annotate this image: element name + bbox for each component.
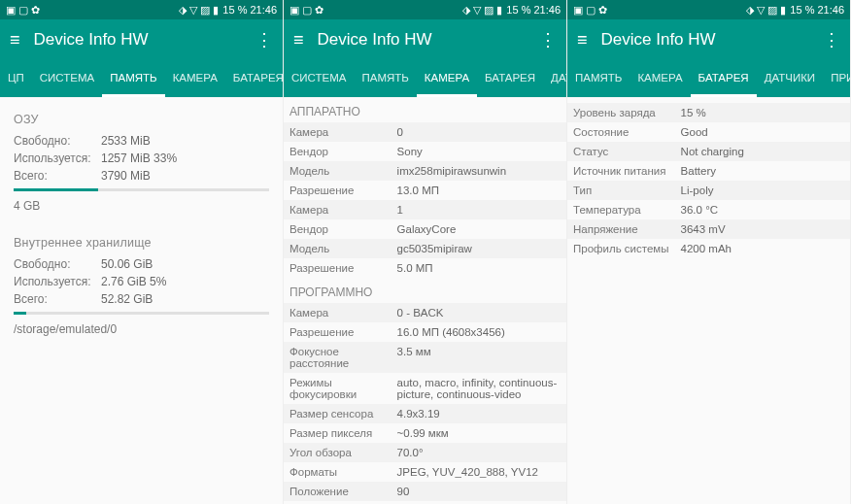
row-label: Размер пикселя (284, 423, 391, 443)
overflow-icon[interactable]: ⋮ (539, 31, 557, 49)
row-value: Battery (675, 161, 850, 181)
tab-камера[interactable]: КАМЕРА (417, 60, 477, 97)
table-row: Уровень заряда15 % (567, 103, 850, 122)
storage-free-value: 50.06 GiB (101, 257, 153, 271)
row-value: Li-poly (675, 181, 850, 200)
row-value: 0 - BACK (391, 303, 566, 322)
tab-система[interactable]: СИСТЕМА (32, 60, 102, 97)
tab-камера[interactable]: КАМЕРА (630, 60, 690, 97)
table-row: Профиль системы4200 mAh (567, 239, 850, 258)
table-row: ВендорSony (284, 142, 566, 161)
tab-батарея[interactable]: БАТАРЕЯ (691, 60, 757, 97)
row-value: Good (675, 122, 850, 142)
row-label: Размер сенсора (284, 404, 391, 423)
tab-память[interactable]: ПАМЯТЬ (354, 60, 416, 97)
ram-used-value: 1257 MiB 33% (101, 151, 177, 165)
row-label: Профиль системы (567, 239, 675, 258)
row-label: Статус (567, 142, 675, 161)
row-label: Температура (567, 200, 675, 219)
table-row: Фокусное расстояние3.5 мм (284, 342, 566, 373)
content-memory: ОЗУ Свободно:2533 MiB Используется:1257 … (0, 97, 283, 504)
content-battery: Уровень заряда15 %СостояниеGoodСтатусNot… (567, 97, 850, 504)
tab-память[interactable]: ПАМЯТЬ (102, 60, 164, 97)
pane-camera: ▣ ▢ ✿ ⬗ ▽ ▨ ▮15 % 21:46 ≡ Device Info HW… (284, 0, 567, 504)
table-row: Режимы фокусировкиauto, macro, infinity,… (284, 373, 566, 404)
menu-icon[interactable]: ≡ (293, 31, 304, 49)
row-label: Камера (284, 303, 391, 322)
row-label: Вендор (284, 219, 391, 239)
row-value: 4200 mAh (675, 239, 850, 258)
table-row: Температура36.0 °C (567, 200, 850, 219)
table-row: Разрешение13.0 МП (284, 181, 566, 200)
row-label: Фокусное расстояние (284, 342, 391, 373)
tab-память[interactable]: ПАМЯТЬ (567, 60, 630, 97)
software-table: Камера0 - BACKРазрешение16.0 МП (4608x34… (284, 303, 566, 504)
ram-free-value: 2533 MiB (101, 134, 151, 148)
ram-total-value: 3790 MiB (101, 169, 151, 183)
app-bar: ≡ Device Info HW ⋮ (284, 19, 566, 60)
row-value: gc5035mipiraw (391, 239, 566, 258)
tab-цп[interactable]: ЦП (0, 60, 32, 97)
table-row: Напряжение3643 mV (567, 219, 850, 239)
status-bar: ▣ ▢ ✿ ⬗ ▽ ▨ ▮15 % 21:46 (284, 0, 566, 19)
row-value: 36.0 °C (675, 200, 850, 219)
menu-icon[interactable]: ≡ (10, 31, 20, 49)
row-value: 90 (391, 482, 566, 501)
status-bar: ▣ ▢ ✿ ⬗ ▽ ▨ ▮15 % 21:46 (567, 0, 850, 19)
status-right: ⬗ ▽ ▨ ▮15 % 21:46 (179, 4, 277, 17)
row-label: Режимы фокусировки (284, 373, 391, 404)
tab-система[interactable]: СИСТЕМА (284, 60, 354, 97)
table-row: СостояниеGood (567, 122, 850, 142)
overflow-icon[interactable]: ⋮ (255, 31, 273, 49)
section-software: ПРОГРАММНО (284, 278, 566, 303)
table-row: Модельimx258mipirawsunwin (284, 161, 566, 181)
row-label: Напряжение (567, 219, 675, 239)
status-bar: ▣ ▢ ✿ ⬗ ▽ ▨ ▮15 % 21:46 (0, 0, 283, 19)
storage-used-label: Используется: (14, 275, 101, 288)
row-value: 3.5 мм (391, 342, 566, 373)
hardware-table: Камера0ВендорSonyМодельimx258mipirawsunw… (284, 122, 566, 278)
tab-прил[interactable]: ПРИЛ (823, 60, 850, 97)
tab-датчики[interactable]: ДАТЧИКИ (757, 60, 823, 97)
row-label: Камера (284, 122, 391, 142)
table-row: Размер пикселя~0.99 мкм (284, 423, 566, 443)
section-ram: ОЗУ (14, 113, 269, 126)
tab-bar: ПАМЯТЬКАМЕРАБАТАРЕЯДАТЧИКИПРИЛ (567, 60, 850, 97)
row-value: 70.0° (391, 443, 566, 462)
overflow-icon[interactable]: ⋮ (823, 31, 840, 49)
ram-capacity: 4 GB (14, 199, 269, 213)
row-value: 1 (391, 200, 566, 219)
row-label: Разрешение (284, 258, 391, 278)
row-label: Форматы (284, 462, 391, 482)
table-row: ФорматыJPEG, YUV_420_888, YV12 (284, 462, 566, 482)
row-value: 3643 mV (675, 219, 850, 239)
row-value: 5.0 МП (391, 258, 566, 278)
storage-progress (14, 312, 269, 315)
row-value: 16.0 МП (4608x3456) (391, 322, 566, 342)
storage-free-label: Свободно: (14, 257, 101, 271)
row-label: Разрешение (284, 181, 391, 200)
tab-датчики[interactable]: ДАТЧИКИ (543, 60, 566, 97)
status-right: ⬗ ▽ ▨ ▮15 % 21:46 (462, 4, 561, 17)
storage-total-label: Всего: (14, 292, 101, 306)
tab-камера[interactable]: КАМЕРА (165, 60, 225, 97)
row-value: 4.9x3.19 (391, 404, 566, 423)
table-row: СтатусNot charging (567, 142, 850, 161)
tab-батарея[interactable]: БАТАРЕЯ (225, 60, 283, 97)
row-label: Состояние (567, 122, 675, 142)
content-camera: АППАРАТНО Камера0ВендорSonyМодельimx258m… (284, 97, 566, 504)
row-value: ~0.99 мкм (391, 423, 566, 443)
row-label: Положение (284, 482, 391, 501)
table-row: Камера1 (284, 200, 566, 219)
row-label: Модель (284, 161, 391, 181)
table-row: ТипLi-poly (567, 181, 850, 200)
table-row: Размер сенсора4.9x3.19 (284, 404, 566, 423)
row-label: Уровень заряда (567, 103, 675, 122)
tab-батарея[interactable]: БАТАРЕЯ (477, 60, 543, 97)
status-left-icons: ▣ ▢ ✿ (6, 4, 40, 17)
app-title: Device Info HW (34, 30, 242, 50)
menu-icon[interactable]: ≡ (577, 31, 588, 49)
ram-used-label: Используется: (14, 151, 101, 165)
table-row: Разрешение5.0 МП (284, 258, 566, 278)
row-value: JPEG, YUV_420_888, YV12 (391, 462, 566, 482)
